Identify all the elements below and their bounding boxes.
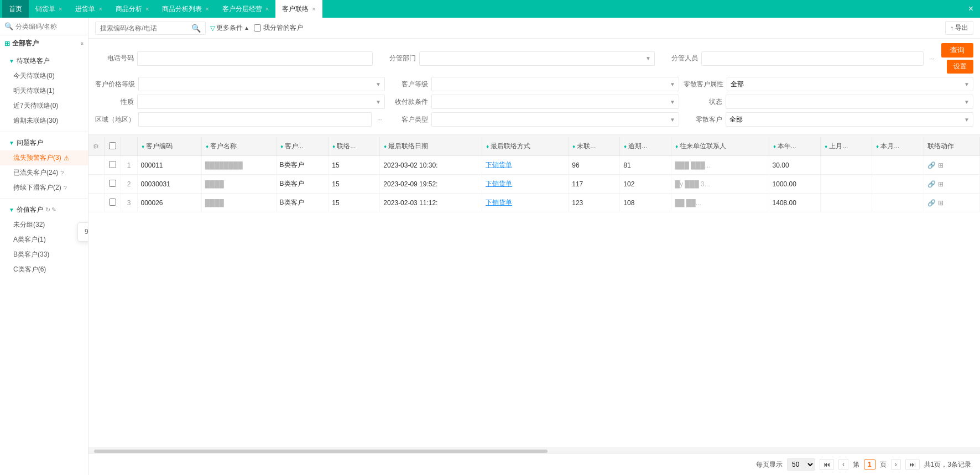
nav-tab-purchase[interactable]: 进货单 × <box>69 0 108 18</box>
sidebar-item-ungroup[interactable]: 未分组(32) <box>0 217 88 232</box>
more-conditions-button[interactable]: ▽ 更多条件 ▲ <box>210 23 249 33</box>
filter-dept-select[interactable]: ▼ <box>419 51 655 66</box>
my-customers-checkbox-wrap[interactable]: 我分管的客户 <box>254 23 303 33</box>
row-last-contact-way[interactable]: 下销货单 <box>482 175 569 194</box>
my-customers-checkbox[interactable] <box>254 24 261 32</box>
search-input[interactable] <box>100 24 191 32</box>
refresh-icon[interactable]: ↻ <box>45 206 50 213</box>
sidebar-group-problem[interactable]: ▼ 问题客户 <box>0 135 88 150</box>
export-button[interactable]: ↑ 导出 <box>945 21 973 35</box>
col-code[interactable]: ⬧客户编码 <box>137 137 201 156</box>
edit-icon[interactable]: ✎ <box>51 206 56 213</box>
select-all-checkbox[interactable] <box>109 142 116 149</box>
col-contact[interactable]: ⬧联络... <box>329 137 380 156</box>
sidebar-item-7days[interactable]: 近7天待联络(0) <box>0 98 88 113</box>
col-last-contact-way[interactable]: ⬧最后联络方式 <box>482 137 569 156</box>
row-actions: 🔗 ⊞ <box>924 156 980 175</box>
close-icon[interactable]: × <box>145 6 149 12</box>
next-page-button[interactable]: › <box>891 459 901 470</box>
row-checkbox[interactable] <box>109 199 116 206</box>
filter-region-select[interactable] <box>138 112 372 127</box>
col-checkbox[interactable] <box>104 137 121 156</box>
filter-phone-input[interactable] <box>137 51 373 66</box>
per-page-select[interactable]: 50 100 <box>787 458 815 471</box>
last-contact-way-link[interactable]: 下销货单 <box>486 199 512 206</box>
filter-payment-select[interactable]: ▼ <box>431 95 679 109</box>
first-page-button[interactable]: ⏮ <box>820 459 834 470</box>
nav-tab-customer-contact[interactable]: 客户联络 × <box>275 0 322 18</box>
filter-price-tier-select[interactable]: ▼ <box>138 77 385 91</box>
row-checkbox-cell[interactable] <box>104 175 121 194</box>
filter-manager-select[interactable] <box>701 51 924 66</box>
nav-tab-home[interactable]: 首页 <box>2 0 29 18</box>
filter-customer-type-select[interactable]: ▼ <box>431 112 679 127</box>
nav-tab-customer-tier[interactable]: 客户分层经营 × <box>216 0 275 18</box>
filter-scatter-customer-select[interactable]: 全部 ▼ <box>726 112 973 127</box>
action-grid-icon[interactable]: ⊞ <box>938 161 943 169</box>
nav-tab-analysis[interactable]: 商品分析 × <box>109 0 155 18</box>
more-dots-icon[interactable]: ··· <box>927 55 937 62</box>
filter-scatter-attr-select[interactable]: 全部 ▼ <box>727 77 973 91</box>
col-overdue[interactable]: ⬧逾期... <box>620 137 671 156</box>
row-checkbox[interactable] <box>109 161 116 168</box>
sidebar-item-overdue[interactable]: 逾期未联络(30) <box>0 113 88 128</box>
last-contact-way-link[interactable]: 下销货单 <box>486 180 512 187</box>
col-this-year[interactable]: ⬧本年... <box>769 137 821 156</box>
row-checkbox-cell[interactable] <box>104 156 121 175</box>
col-no-contact[interactable]: ⬧未联... <box>569 137 620 156</box>
query-button[interactable]: 查询 <box>941 43 973 58</box>
prev-page-button[interactable]: ‹ <box>838 459 848 470</box>
col-last-contact-date[interactable]: ⬧最后联络日期 <box>380 137 482 156</box>
row-this-month <box>872 156 924 175</box>
sidebar-item-tomorrow[interactable]: 明天待联络(1) <box>0 83 88 98</box>
close-icon[interactable]: × <box>98 6 102 12</box>
sidebar-item-c-class[interactable]: C类客户(6) <box>0 262 88 277</box>
action-grid-icon[interactable]: ⊞ <box>938 199 943 207</box>
filter-customer-tier-select[interactable]: ▼ <box>431 77 679 91</box>
action-link-icon[interactable]: 🔗 <box>927 199 936 207</box>
search-button[interactable]: 🔍 <box>191 24 201 33</box>
more-dots-icon[interactable]: ··· <box>375 116 385 123</box>
sidebar-item-declining[interactable]: 持续下滑客户(2) ? <box>0 180 88 195</box>
filter-field-payment: 收付款条件 ▼ <box>389 95 679 109</box>
sidebar-root[interactable]: ⊞ 全部客户 « <box>0 35 88 51</box>
action-link-icon[interactable]: 🔗 <box>927 180 936 188</box>
sidebar-group-value-label: 价值客户 <box>17 205 43 215</box>
col-settings[interactable]: ⚙ <box>88 137 104 156</box>
sidebar-item-b-class[interactable]: B类客户(33) <box>0 247 88 262</box>
col-this-month[interactable]: ⬧本月... <box>872 137 924 156</box>
sidebar-item-a-class[interactable]: A类客户(1) <box>0 232 88 247</box>
settings-button[interactable]: 设置 <box>947 60 973 74</box>
sidebar-group-value[interactable]: ▼ 价值客户 ↻ ✎ <box>0 202 88 217</box>
filter-nature-select[interactable]: ▼ <box>137 95 385 109</box>
nav-tab-sales[interactable]: 销货单 × <box>29 0 69 18</box>
row-checkbox-cell[interactable] <box>104 194 121 212</box>
col-name[interactable]: ⬧客户名称 <box>201 137 276 156</box>
sidebar-item-churned[interactable]: 已流失客户(24) ? <box>0 165 88 180</box>
sidebar-item-churn-warning[interactable]: 流失预警客户(3) ⚠ <box>0 150 88 165</box>
sidebar-group-pending[interactable]: ▼ 待联络客户 <box>0 54 88 69</box>
col-unit-contact[interactable]: ⬧往来单位联系人 <box>671 137 769 156</box>
close-icon[interactable]: × <box>205 6 208 12</box>
close-icon[interactable]: × <box>312 6 315 12</box>
last-page-button[interactable]: ⏭ <box>905 459 920 470</box>
row-last-contact-way[interactable]: 下销货单 <box>482 156 569 175</box>
close-icon[interactable]: × <box>265 6 269 12</box>
row-checkbox[interactable] <box>109 180 116 187</box>
action-link-icon[interactable]: 🔗 <box>927 161 936 169</box>
scroll-bar[interactable] <box>88 449 980 453</box>
filter-status-select[interactable]: ▼ <box>726 95 973 109</box>
nav-tab-analysis-list[interactable]: 商品分析列表 × <box>155 0 215 18</box>
col-last-month[interactable]: ⬧上月... <box>821 137 872 156</box>
nav-tab-customer-tier-label: 客户分层经营 <box>222 4 262 14</box>
scroll-bar-thumb[interactable] <box>94 450 548 453</box>
action-grid-icon[interactable]: ⊞ <box>938 180 943 188</box>
collapse-icon[interactable]: « <box>80 40 84 46</box>
close-all-button[interactable]: × <box>964 4 978 14</box>
sidebar-item-today[interactable]: 今天待联络(0) <box>0 69 88 83</box>
close-icon[interactable]: × <box>59 6 62 12</box>
sidebar-search-input[interactable] <box>15 23 84 30</box>
last-contact-way-link[interactable]: 下销货单 <box>486 161 512 169</box>
col-type[interactable]: ⬧客户... <box>276 137 329 156</box>
row-last-contact-way[interactable]: 下销货单 <box>482 194 569 212</box>
